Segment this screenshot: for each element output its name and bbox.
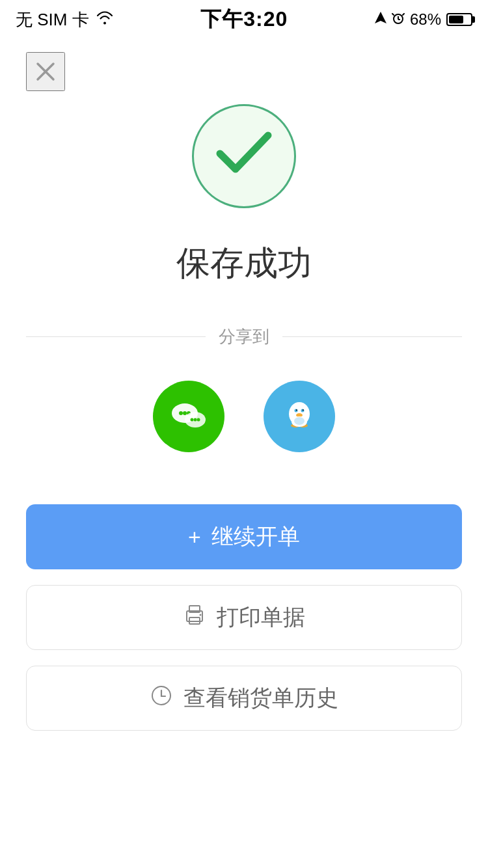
action-buttons: + 继续开单 打印单据: [26, 504, 462, 731]
qq-share-button[interactable]: [264, 381, 335, 452]
wifi-icon: [96, 10, 114, 29]
checkmark-icon: [215, 129, 273, 184]
close-button[interactable]: [26, 52, 65, 91]
carrier-text: 无 SIM 卡: [16, 8, 89, 31]
success-title: 保存成功: [176, 241, 312, 286]
divider-right: [282, 336, 462, 337]
share-divider: 分享到: [26, 325, 462, 348]
svg-point-16: [294, 409, 297, 412]
svg-point-6: [179, 411, 183, 415]
svg-point-17: [301, 409, 304, 412]
share-label: 分享到: [219, 325, 269, 348]
continue-button[interactable]: + 继续开单: [26, 504, 462, 569]
share-icons: [153, 381, 335, 452]
battery-percentage: 68%: [410, 10, 441, 29]
print-icon: [183, 603, 206, 632]
svg-point-18: [295, 409, 297, 411]
print-button[interactable]: 打印单据: [26, 585, 462, 650]
history-button[interactable]: 查看销货单历史: [26, 666, 462, 731]
plus-icon: +: [188, 524, 201, 550]
svg-point-19: [302, 409, 303, 411]
location-icon: [375, 10, 386, 29]
battery-icon: [446, 13, 472, 26]
print-label: 打印单据: [217, 603, 305, 632]
main-content: 保存成功 分享到: [0, 39, 488, 868]
status-bar: 无 SIM 卡 下午3:20 68%: [0, 0, 488, 39]
history-icon: [150, 684, 173, 712]
success-circle: [192, 104, 296, 208]
svg-point-12: [197, 418, 200, 421]
svg-point-11: [193, 418, 197, 421]
svg-point-28: [200, 614, 202, 616]
status-right: 68%: [375, 10, 472, 29]
close-icon: [34, 60, 57, 83]
status-carrier: 无 SIM 卡: [16, 8, 114, 31]
status-time: 下午3:20: [200, 5, 288, 34]
svg-point-24: [294, 417, 305, 425]
wechat-share-button[interactable]: [153, 381, 224, 452]
alarm-icon: [392, 10, 405, 29]
qq-icon: [278, 396, 321, 438]
svg-point-10: [190, 418, 193, 421]
divider-left: [26, 336, 206, 337]
continue-label: 继续开单: [211, 522, 300, 552]
svg-point-7: [183, 411, 187, 415]
wechat-icon: [168, 399, 210, 435]
history-label: 查看销货单历史: [183, 683, 338, 713]
